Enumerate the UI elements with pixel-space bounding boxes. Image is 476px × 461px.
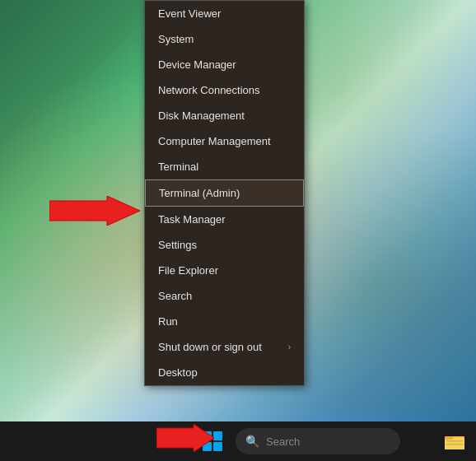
chevron-right-icon: › <box>288 342 291 352</box>
highlight-arrow <box>49 196 140 226</box>
taskbar-search-bar[interactable]: 🔍 Search <box>236 428 400 454</box>
file-explorer-button[interactable] <box>440 426 469 456</box>
file-explorer-icon <box>445 433 464 449</box>
menu-item-label: Event Viewer <box>158 7 221 20</box>
menu-item-device-manager[interactable]: Device Manager <box>145 52 304 77</box>
menu-item-network-connections[interactable]: Network Connections <box>145 77 304 103</box>
menu-item-search[interactable]: Search <box>145 283 304 309</box>
menu-item-terminal[interactable]: Terminal <box>145 154 304 179</box>
menu-item-label: Network Connections <box>158 84 260 96</box>
menu-item-terminal-admin[interactable]: Terminal (Admin) <box>145 179 304 207</box>
svg-rect-4 <box>445 436 453 440</box>
menu-item-label: Search <box>158 290 192 302</box>
svg-rect-5 <box>446 440 463 442</box>
menu-item-label: Shut down or sign out <box>158 341 262 353</box>
menu-item-file-explorer[interactable]: File Explorer <box>145 258 304 283</box>
menu-item-settings[interactable]: Settings <box>145 232 304 258</box>
taskbar: 🔍 Search <box>0 421 476 461</box>
menu-item-label: Desktop <box>158 366 198 379</box>
svg-rect-6 <box>446 444 463 445</box>
menu-item-label: Run <box>158 315 178 328</box>
menu-item-task-manager[interactable]: Task Manager <box>145 207 304 232</box>
menu-item-label: File Explorer <box>158 264 218 277</box>
menu-item-label: Settings <box>158 239 197 251</box>
menu-item-label: Terminal <box>158 161 198 173</box>
menu-item-desktop[interactable]: Desktop <box>145 360 304 385</box>
taskbar-arrow <box>156 424 214 455</box>
svg-marker-0 <box>49 196 140 226</box>
menu-item-computer-management[interactable]: Computer Management <box>145 128 304 154</box>
menu-item-label: Computer Management <box>158 135 271 147</box>
menu-item-label: Task Manager <box>158 213 226 226</box>
menu-item-label: Disk Management <box>158 109 245 122</box>
taskbar-search-label: Search <box>266 435 300 448</box>
svg-marker-1 <box>156 424 214 452</box>
search-icon: 🔍 <box>245 435 259 448</box>
menu-item-shut-down[interactable]: Shut down or sign out› <box>145 334 304 360</box>
menu-item-label: Terminal (Admin) <box>159 187 240 199</box>
menu-item-run[interactable]: Run <box>145 309 304 334</box>
menu-item-label: Device Manager <box>158 58 236 71</box>
menu-item-disk-management[interactable]: Disk Management <box>145 103 304 128</box>
menu-item-event-viewer[interactable]: Event Viewer <box>145 1 304 26</box>
context-menu: Event ViewerSystemDevice ManagerNetwork … <box>144 0 305 386</box>
menu-item-label: System <box>158 33 194 45</box>
menu-item-system[interactable]: System <box>145 26 304 52</box>
